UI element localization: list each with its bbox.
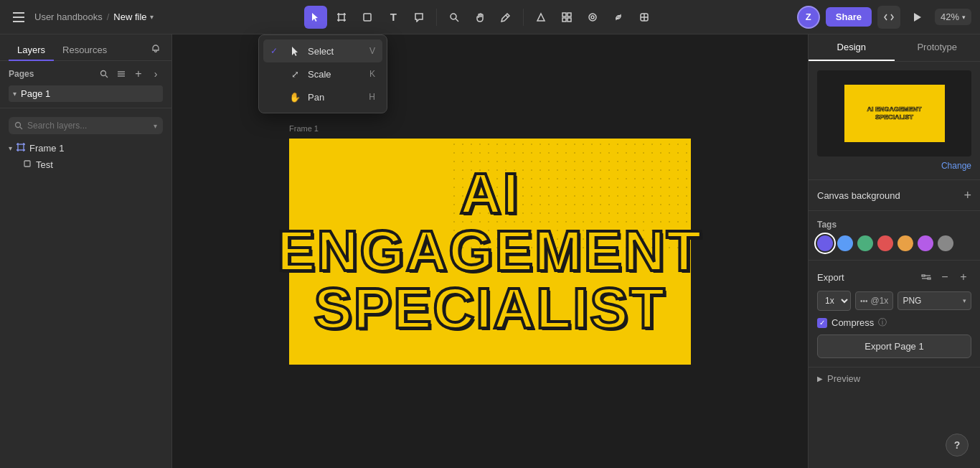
zoom-value: 42% — [941, 11, 959, 22]
preview-text-line1: AI ENGAGEMENT — [867, 106, 921, 113]
tab-design[interactable]: Design — [809, 34, 895, 61]
layer-test-label: Test — [36, 159, 53, 170]
tab-layers[interactable]: Layers — [9, 40, 54, 61]
list-view-btn[interactable] — [114, 67, 128, 81]
code-view-btn[interactable] — [877, 6, 900, 29]
canvas-frame[interactable]: AI ENGAGEMENT SPECIALIST — [289, 139, 691, 365]
zoom-control[interactable]: 42% ▾ — [935, 9, 971, 25]
pen-tool-btn[interactable] — [494, 6, 517, 29]
comment-tool-btn[interactable] — [407, 6, 430, 29]
notify-btn[interactable] — [149, 42, 163, 56]
layer-test[interactable]: Test — [0, 156, 171, 173]
rect-tool-btn[interactable] — [356, 6, 379, 29]
tags-section: Tags — [809, 211, 980, 261]
svg-marker-14 — [537, 14, 545, 21]
export-add-btn[interactable]: + — [956, 269, 971, 285]
compress-checkbox[interactable]: ✓ — [817, 318, 827, 328]
text-tool-btn[interactable]: T — [382, 6, 405, 29]
breadcrumb-current[interactable]: New file ▾ — [113, 11, 153, 22]
link-tool-btn[interactable] — [607, 6, 630, 29]
tag-color-violet[interactable] — [918, 235, 933, 251]
frame-icon — [17, 143, 25, 154]
tag-color-green[interactable] — [857, 235, 873, 251]
pan-label: Pan — [308, 92, 362, 103]
svg-line-26 — [105, 75, 108, 78]
file-name-label: New file — [113, 11, 146, 22]
breadcrumb-parent[interactable]: User handbooks — [34, 11, 103, 22]
export-format-chevron: ▾ — [963, 297, 966, 304]
left-panel-tabs: Layers Resources — [0, 34, 171, 61]
canvas-bg-add-btn[interactable]: + — [963, 189, 971, 202]
layer-frame1[interactable]: ▾ Frame 1 — [0, 140, 171, 156]
tag-color-blue[interactable] — [837, 235, 853, 251]
top-bar-right: Z Share 42% ▾ — [788, 6, 980, 29]
hand-tool-btn[interactable] — [468, 6, 491, 29]
check-icon: ✓ — [270, 46, 282, 56]
export-at-btn[interactable]: ••• @1x — [855, 291, 893, 310]
export-page-btn[interactable]: Export Page 1 — [817, 334, 971, 358]
canvas-preview: AI ENGAGEMENT SPECIALIST — [817, 70, 971, 156]
svg-point-30 — [16, 123, 21, 128]
svg-rect-41 — [24, 161, 30, 167]
help-button[interactable]: ? — [946, 434, 969, 457]
select-tool-btn[interactable] — [304, 6, 327, 29]
hamburger-menu[interactable] — [9, 7, 29, 27]
svg-rect-1 — [339, 14, 344, 20]
canvas-bg-header: Canvas background + — [817, 189, 971, 202]
component-icon — [23, 159, 32, 170]
export-header: Export − + — [817, 269, 971, 285]
compress-info-icon[interactable]: ⓘ — [878, 317, 887, 329]
pages-title: Pages — [9, 69, 34, 79]
dropdown-menu: ✓ Select V ⤢ Scale K ✋ Pan H — [258, 34, 387, 113]
toolbar-divider-1 — [436, 9, 437, 26]
export-controls: − + — [918, 269, 971, 285]
export-remove-btn[interactable]: − — [937, 269, 953, 285]
search-options-btn[interactable]: ▾ — [154, 122, 157, 130]
dropdown-item-pan[interactable]: ✋ Pan H — [263, 85, 382, 108]
shapes-tool-btn[interactable] — [529, 6, 552, 29]
right-panel-tabs: Design Prototype — [809, 34, 980, 62]
compress-label: Compress — [831, 317, 874, 328]
tag-color-purple[interactable] — [817, 235, 833, 251]
page-item-1[interactable]: ▾ Page 1 — [9, 85, 163, 102]
search-pages-btn[interactable] — [97, 67, 111, 81]
transform-tool-btn[interactable] — [555, 6, 578, 29]
mask-tool-btn[interactable] — [633, 6, 656, 29]
component-tool-btn[interactable] — [581, 6, 604, 29]
canvas-preview-section: AI ENGAGEMENT SPECIALIST Change — [809, 62, 980, 180]
export-scale-select[interactable]: 1x — [817, 291, 851, 311]
export-format-select[interactable]: PNG ▾ — [897, 291, 971, 310]
dropdown-item-scale[interactable]: ⤢ Scale K — [263, 62, 382, 85]
design-text-line2: SPECIALIST — [314, 280, 666, 337]
preview-toggle[interactable]: ▶ Preview — [817, 373, 971, 384]
svg-marker-0 — [312, 13, 318, 22]
pages-header: Pages + › — [9, 67, 163, 81]
tab-prototype[interactable]: Prototype — [895, 34, 981, 61]
canvas-bg-label: Canvas background — [817, 190, 900, 201]
zoom-tool-btn[interactable] — [443, 6, 466, 29]
tag-color-orange[interactable] — [897, 235, 913, 251]
preview-section: ▶ Preview — [809, 368, 980, 390]
scale-icon: ⤢ — [289, 68, 301, 80]
avatar: Z — [797, 6, 820, 29]
tab-resources[interactable]: Resources — [54, 40, 116, 61]
svg-point-11 — [451, 14, 456, 19]
change-btn[interactable]: Change — [941, 161, 971, 171]
add-page-btn[interactable]: + — [131, 67, 146, 81]
dropdown-item-select[interactable]: ✓ Select V — [263, 39, 382, 62]
left-panel: Layers Resources Pages — [0, 34, 172, 468]
export-settings-btn[interactable] — [918, 269, 934, 285]
search-layers-input[interactable] — [27, 121, 149, 131]
pages-section: Pages + › ▾ Page 1 — [0, 61, 171, 108]
present-btn[interactable] — [906, 6, 929, 29]
svg-rect-10 — [364, 14, 371, 21]
svg-rect-17 — [562, 18, 566, 22]
frame-tool-btn[interactable] — [330, 6, 353, 29]
svg-rect-44 — [928, 278, 930, 279]
tag-color-gray[interactable] — [938, 235, 953, 251]
share-button[interactable]: Share — [826, 7, 872, 27]
file-name-chevron-icon: ▾ — [150, 13, 154, 21]
tag-color-red[interactable] — [877, 235, 893, 251]
export-section: Export − + 1x ••• @1x PNG — [809, 261, 980, 368]
pages-more-btn[interactable]: › — [149, 67, 163, 81]
